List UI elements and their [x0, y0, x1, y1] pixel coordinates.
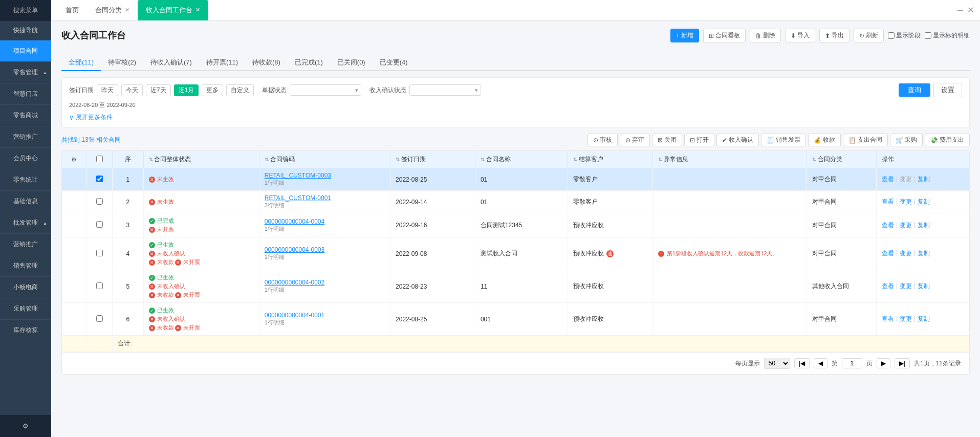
sidebar-item-mkt-push[interactable]: 营销推广 [0, 234, 51, 255]
collection-button[interactable]: 💰 收款 [808, 134, 841, 146]
income-confirm-button[interactable]: ✔ 收入确认 [716, 134, 759, 146]
filter-tab-pending-review[interactable]: 待审核(2) [101, 55, 143, 71]
contract-link-4[interactable]: 0000000000004-0003 [265, 246, 324, 253]
action-change-6[interactable]: 变更 [900, 315, 912, 323]
action-view-5[interactable]: 查看 [882, 282, 894, 291]
th-gear[interactable]: ⚙ [62, 151, 86, 168]
th-check[interactable] [86, 151, 112, 168]
sidebar-item-retail-mgmt[interactable]: 零售管理 [0, 62, 51, 83]
query-button[interactable]: 查询 [899, 83, 930, 97]
kanban-button[interactable]: ⊞ 合同看板 [703, 29, 746, 42]
date-btn-more[interactable]: 更多 [202, 84, 223, 96]
th-customer[interactable]: 结算客户 [568, 151, 652, 168]
window-minimize-icon[interactable]: ─ [957, 6, 963, 15]
tab-close-contract-category[interactable]: ✕ [125, 7, 129, 13]
th-type[interactable]: 合同分类 [807, 151, 877, 168]
contract-link-6[interactable]: 0000000000004-0001 [265, 312, 324, 319]
sidebar-search[interactable]: 搜索菜单 [0, 0, 51, 21]
sidebar-item-smart-store[interactable]: 智慧门店 [0, 83, 51, 105]
action-copy-4[interactable]: 复制 [918, 249, 930, 258]
td-check-5[interactable] [86, 270, 112, 303]
sidebar-item-stock[interactable]: 库存核算 [0, 320, 51, 341]
contract-link-1[interactable]: RETAIL_CUSTOM-0003 [265, 172, 331, 179]
row-checkbox-5[interactable] [96, 282, 103, 289]
refresh-button[interactable]: ↻ 刷新 [854, 29, 884, 42]
date-btn-last7[interactable]: 近7天 [146, 84, 171, 96]
out-contract-button[interactable]: 📋 支出合同 [843, 134, 888, 146]
window-close-icon[interactable]: ✕ [967, 5, 974, 15]
row-checkbox-6[interactable] [96, 315, 103, 322]
th-sign-date[interactable]: 签订日期 [390, 151, 475, 168]
sidebar-item-purchase[interactable]: 采购管理 [0, 298, 51, 320]
filter-tab-all[interactable]: 全部(11) [61, 55, 101, 71]
page-number-input[interactable] [842, 358, 862, 368]
tab-income-workbench[interactable]: 收入合同工作台 ✕ [138, 0, 208, 20]
row-checkbox-1[interactable] [96, 176, 103, 182]
expand-more-button[interactable]: ∨ 展开更多条件 [69, 113, 113, 122]
sidebar-item-online-store[interactable]: 零售商城 [0, 105, 51, 126]
action-copy-1[interactable]: 复制 [918, 175, 930, 184]
add-button[interactable]: + 新增 [670, 29, 699, 42]
action-copy-2[interactable]: 复制 [918, 198, 930, 206]
contract-link-2[interactable]: RETAIL_CUSTOM-0001 [265, 194, 331, 202]
filter-tab-pending-invoice[interactable]: 待开票(11) [199, 55, 245, 71]
filter-tab-changed[interactable]: 已变更(4) [373, 55, 415, 71]
sales-invoice-button[interactable]: 🧾 销售发票 [761, 134, 806, 146]
page-next-button[interactable]: ▶ [877, 358, 890, 368]
filter-setting-button[interactable]: 设置 [933, 83, 962, 97]
review-button[interactable]: ⊙ 审核 [587, 134, 618, 146]
action-change-5[interactable]: 变更 [900, 282, 912, 291]
open-button[interactable]: ⊡ 打开 [684, 134, 714, 146]
filter-tab-completed[interactable]: 已完成(1) [288, 55, 330, 71]
tab-close-income-workbench[interactable]: ✕ [195, 7, 200, 13]
td-check-1[interactable] [86, 168, 112, 191]
action-copy-5[interactable]: 复制 [918, 282, 930, 291]
tab-contract-category[interactable]: 合同分类 ✕ [87, 0, 138, 20]
tab-home[interactable]: 首页 [57, 0, 87, 20]
action-copy-6[interactable]: 复制 [918, 315, 930, 323]
delete-button[interactable]: 🗑 删除 [750, 29, 781, 42]
per-page-select[interactable]: 50 10 20 100 [764, 358, 790, 369]
page-last-button[interactable]: ▶| [895, 358, 910, 368]
sidebar-item-sales-mgmt[interactable]: 销售管理 [0, 255, 51, 277]
show-detail-input[interactable] [925, 32, 931, 39]
sidebar-item-base-info[interactable]: 基础信息 [0, 191, 51, 212]
action-change-4[interactable]: 变更 [900, 249, 912, 258]
row-checkbox-4[interactable] [96, 250, 103, 256]
sidebar-item-marketing[interactable]: 营销推广 [0, 126, 51, 148]
th-name[interactable]: 合同名称 [475, 151, 568, 168]
th-error-info[interactable]: 异常信息 [652, 151, 807, 168]
show-stage-input[interactable] [888, 32, 895, 39]
date-btn-custom[interactable]: 自定义 [226, 84, 254, 96]
action-view-3[interactable]: 查看 [882, 221, 894, 230]
action-copy-3[interactable]: 复制 [918, 221, 930, 230]
show-stage-checkbox[interactable]: 显示阶段 [888, 31, 921, 40]
filter-tab-closed[interactable]: 已关闭(0) [330, 55, 373, 71]
filter-tab-pending-payment[interactable]: 待收款(8) [245, 55, 288, 71]
action-view-1[interactable]: 查看 [882, 175, 894, 184]
date-btn-last-month[interactable]: 近1月 [174, 84, 199, 96]
th-code[interactable]: 合同编码 [259, 151, 390, 168]
show-detail-checkbox[interactable]: 显示标的明细 [925, 31, 970, 40]
action-change-3[interactable]: 变更 [900, 221, 912, 230]
export-button[interactable]: ⬆ 导出 [819, 29, 850, 42]
filter-tab-pending-confirm[interactable]: 待收入确认(7) [143, 55, 199, 71]
action-view-4[interactable]: 查看 [882, 249, 894, 258]
income-confirm-select[interactable] [409, 84, 481, 96]
td-check-3[interactable] [86, 213, 112, 237]
expense-out-button[interactable]: 💸 费用支出 [925, 134, 970, 146]
td-check-6[interactable] [86, 303, 112, 336]
action-change-2[interactable]: 变更 [900, 198, 912, 206]
sidebar-item-batch-mgmt[interactable]: 批发管理 [0, 212, 51, 234]
td-check-2[interactable] [86, 191, 112, 213]
sidebar-nav[interactable]: 快捷导航 [0, 21, 51, 40]
sidebar-item-project[interactable]: 项目合同 [0, 40, 51, 62]
page-first-button[interactable]: |◀ [794, 358, 810, 368]
td-check-4[interactable] [86, 237, 112, 270]
contract-link-5[interactable]: 0000000000004-0002 [265, 279, 324, 286]
action-view-2[interactable]: 查看 [882, 198, 894, 206]
gear-icon[interactable]: ⚙ [0, 415, 51, 437]
close-button[interactable]: ⊠ 关闭 [652, 134, 682, 146]
action-view-6[interactable]: 查看 [882, 315, 894, 323]
row-checkbox-3[interactable] [96, 221, 103, 228]
